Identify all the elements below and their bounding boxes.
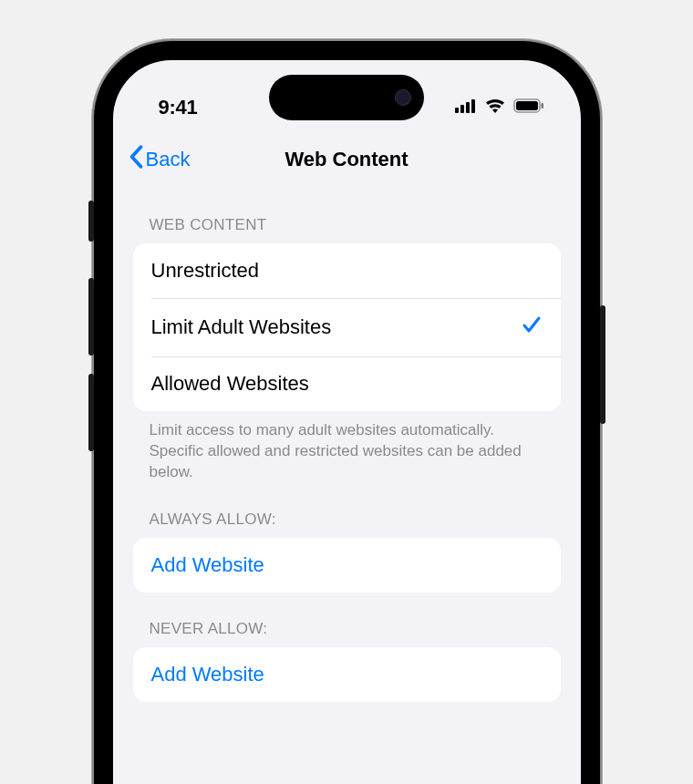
- screen: 9:41: [113, 60, 581, 784]
- page-title: Web Content: [284, 148, 408, 171]
- phone-bezel: 9:41: [102, 49, 592, 784]
- status-time: 9:41: [159, 96, 198, 119]
- add-website-label: Add Website: [151, 663, 264, 686]
- option-label: Unrestricted: [151, 259, 260, 283]
- option-limit-adult[interactable]: Limit Adult Websites: [133, 298, 561, 356]
- web-content-options: Unrestricted Limit Adult Websites Allowe…: [133, 243, 561, 411]
- always-allow-list: Add Website: [133, 538, 561, 593]
- wifi-icon: [484, 98, 506, 118]
- status-icons: [455, 98, 544, 118]
- svg-rect-5: [516, 101, 538, 110]
- content-area: WEB CONTENT Unrestricted Limit Adult Web…: [113, 187, 581, 702]
- section-header-always-allow: ALWAYS ALLOW:: [133, 483, 561, 538]
- volume-down-button: [88, 374, 94, 451]
- chevron-left-icon: [128, 145, 144, 174]
- section-footer-web-content: Limit access to many adult websites auto…: [133, 411, 561, 483]
- phone-frame: 9:41: [94, 41, 600, 784]
- svg-rect-2: [466, 102, 470, 113]
- section-header-web-content: WEB CONTENT: [133, 187, 561, 243]
- front-camera: [395, 89, 411, 106]
- back-label: Back: [146, 148, 191, 171]
- option-unrestricted[interactable]: Unrestricted: [133, 243, 561, 298]
- checkmark-icon: [521, 314, 543, 341]
- svg-rect-6: [541, 103, 543, 108]
- option-label: Limit Adult Websites: [151, 315, 332, 339]
- dynamic-island: [269, 75, 424, 120]
- svg-rect-1: [460, 105, 464, 113]
- mute-switch: [88, 201, 94, 242]
- cellular-icon: [455, 98, 477, 117]
- add-website-never-allow[interactable]: Add Website: [133, 647, 561, 702]
- add-website-label: Add Website: [151, 553, 264, 577]
- section-header-never-allow: NEVER ALLOW:: [133, 593, 561, 647]
- power-button: [600, 305, 605, 424]
- navigation-bar: Back Web Content: [113, 129, 581, 187]
- svg-rect-0: [455, 108, 459, 113]
- back-button[interactable]: Back: [128, 145, 191, 174]
- battery-icon: [513, 98, 544, 117]
- volume-up-button: [88, 278, 94, 356]
- add-website-always-allow[interactable]: Add Website: [133, 538, 561, 593]
- option-allowed-only[interactable]: Allowed Websites: [133, 356, 561, 411]
- option-label: Allowed Websites: [151, 372, 309, 396]
- svg-rect-3: [471, 99, 475, 113]
- never-allow-list: Add Website: [133, 647, 561, 702]
